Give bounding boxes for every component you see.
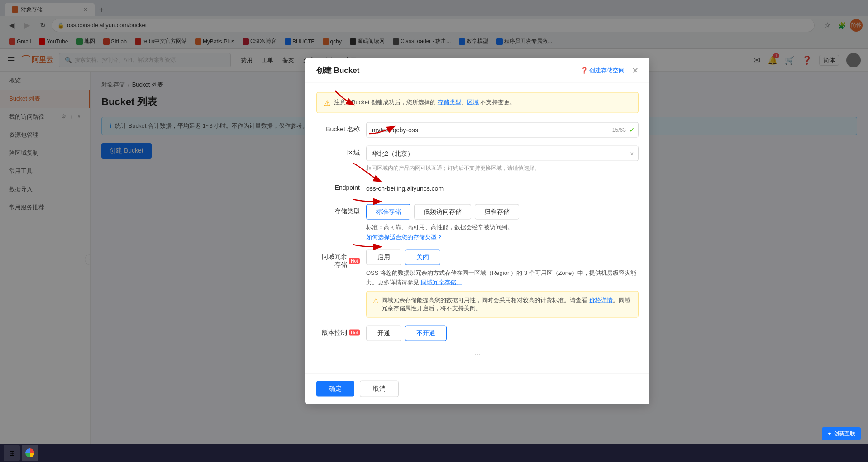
storage-type-row: 存储类型 标准存储 低频访问存储 归档存储 标准：高可靠、高可用、高性能，数据会… bbox=[316, 204, 639, 241]
redundancy-hot-badge: Hot bbox=[349, 258, 360, 264]
bucket-name-input-wrap: 15/63 ✓ bbox=[366, 122, 639, 138]
storage-infrequent-btn[interactable]: 低频访问存储 bbox=[414, 204, 471, 220]
version-control-btn-group: 开通 不开通 bbox=[366, 325, 639, 341]
bucket-name-label: Bucket 名称 bbox=[316, 122, 366, 134]
storage-standard-btn[interactable]: 标准存储 bbox=[366, 204, 410, 220]
notice-warning-icon: ⚠ bbox=[324, 99, 330, 107]
redundancy-content: 启用 关闭 OSS 将您的数据以冗余的方式存储在同一区域（Region）的 3 … bbox=[366, 250, 639, 318]
region-content: 华北2（北京） ∨ 相同区域内的产品内网可以互通；订购后不支持更换区域，请谨慎选… bbox=[366, 146, 639, 173]
taskbar: ⊞ bbox=[0, 444, 868, 448]
version-control-label: 版本控制 bbox=[322, 328, 347, 337]
region-select[interactable]: 华北2（北京） bbox=[366, 146, 639, 161]
modal-help-link[interactable]: ❓ 创建存储空间 bbox=[581, 66, 625, 74]
version-control-hot-badge: Hot bbox=[349, 330, 360, 336]
redundancy-label: 同域冗余存储 bbox=[316, 253, 347, 269]
region-label: 区域 bbox=[316, 146, 366, 157]
notice-storage-type-link[interactable]: 存储类型 bbox=[438, 99, 461, 106]
endpoint-label: Endpoint bbox=[316, 181, 366, 191]
modal-body: ⚠ 注意：Bucket 创建成功后，您所选择的 存储类型、区域 不支持变更。 B… bbox=[305, 83, 649, 373]
warning-text: 同域冗余存储能提高您的数据可用性，同时会采用相对较高的计费标准。请查看 价格详情… bbox=[382, 296, 632, 312]
confirm-btn[interactable]: 确定 bbox=[316, 381, 354, 396]
storage-type-label: 存储类型 bbox=[316, 204, 366, 216]
bucket-name-count: 15/63 bbox=[612, 127, 626, 133]
version-disable-btn[interactable]: 不开通 bbox=[405, 325, 447, 341]
redundancy-label-wrap: 同域冗余存储 Hot bbox=[316, 250, 366, 269]
storage-type-hint: 标准：高可靠、高可用、高性能，数据会经常被访问到。 bbox=[366, 223, 639, 231]
redundancy-link[interactable]: 同域冗余存储。 bbox=[421, 279, 462, 286]
modal-close-btn[interactable]: ✕ bbox=[632, 65, 639, 75]
logo-star-icon: ✦ bbox=[827, 431, 832, 437]
endpoint-value: oss-cn-beijing.aliyuncs.com bbox=[366, 181, 639, 196]
redundancy-row: 同域冗余存储 Hot 启用 关闭 OSS 将您的数据以冗余的方式存储在同一区域（… bbox=[316, 250, 639, 318]
bucket-name-row: Bucket 名称 15/63 ✓ bbox=[316, 122, 639, 138]
version-control-row: 版本控制 Hot 开通 不开通 bbox=[316, 325, 639, 341]
region-hint: 相同区域内的产品内网可以互通；订购后不支持更换区域，请谨慎选择。 bbox=[366, 164, 639, 173]
version-control-label-wrap: 版本控制 Hot bbox=[316, 325, 366, 337]
warning-icon: ⚠ bbox=[373, 297, 379, 304]
region-select-wrap: 华北2（北京） ∨ bbox=[366, 146, 639, 161]
version-control-content: 开通 不开通 bbox=[366, 325, 639, 341]
storage-type-content: 标准存储 低频访问存储 归档存储 标准：高可靠、高可用、高性能，数据会经常被访问… bbox=[366, 204, 639, 241]
redundancy-warning: ⚠ 同域冗余存储能提高您的数据可用性，同时会采用相对较高的计费标准。请查看 价格… bbox=[366, 291, 639, 317]
notice-box: ⚠ 注意：Bucket 创建成功后，您所选择的 存储类型、区域 不支持变更。 bbox=[316, 92, 639, 113]
redundancy-btn-group: 启用 关闭 bbox=[366, 250, 639, 265]
storage-type-btn-group: 标准存储 低频访问存储 归档存储 bbox=[366, 204, 639, 220]
notice-text: 注意：Bucket 创建成功后，您所选择的 存储类型、区域 不支持变更。 bbox=[334, 98, 516, 106]
redundancy-enable-btn[interactable]: 启用 bbox=[366, 250, 401, 265]
question-circle-icon: ❓ bbox=[581, 67, 588, 74]
more-options-hint: ··· bbox=[316, 345, 639, 362]
version-enable-btn[interactable]: 开通 bbox=[366, 325, 401, 341]
bottom-logo-text: 创新互联 bbox=[834, 430, 855, 438]
redundancy-desc: OSS 将您的数据以冗余的方式存储在同一区域（Region）的 3 个可用区（Z… bbox=[366, 269, 639, 288]
bottom-logo: ✦ 创新互联 bbox=[822, 427, 861, 440]
storage-type-link[interactable]: 如何选择适合您的存储类型？ bbox=[366, 233, 443, 241]
storage-archive-btn[interactable]: 归档存储 bbox=[475, 204, 519, 220]
bucket-name-input[interactable] bbox=[366, 122, 639, 138]
redundancy-disable-btn[interactable]: 关闭 bbox=[405, 250, 440, 265]
create-bucket-modal: 创建 Bucket ❓ 创建存储空间 ✕ ⚠ 注意：Bucket 创建成功后，您… bbox=[305, 58, 649, 404]
endpoint-row: Endpoint oss-cn-beijing.aliyuncs.com bbox=[316, 181, 639, 196]
taskbar-chrome-btn[interactable] bbox=[22, 445, 38, 448]
modal-title: 创建 Bucket bbox=[316, 65, 359, 76]
bucket-name-ok-icon: ✓ bbox=[629, 125, 635, 134]
region-row: 区域 华北2（北京） ∨ 相同区域内的产品内网可以互通；订购后不支持更换区域，请… bbox=[316, 146, 639, 173]
cancel-btn[interactable]: 取消 bbox=[360, 380, 399, 397]
modal-footer: 确定 取消 bbox=[305, 373, 649, 404]
price-detail-link[interactable]: 价格详情 bbox=[589, 296, 613, 303]
notice-region-link[interactable]: 区域 bbox=[467, 99, 479, 106]
taskbar-start-btn[interactable]: ⊞ bbox=[4, 445, 20, 448]
modal-header: 创建 Bucket ❓ 创建存储空间 ✕ bbox=[305, 58, 649, 83]
